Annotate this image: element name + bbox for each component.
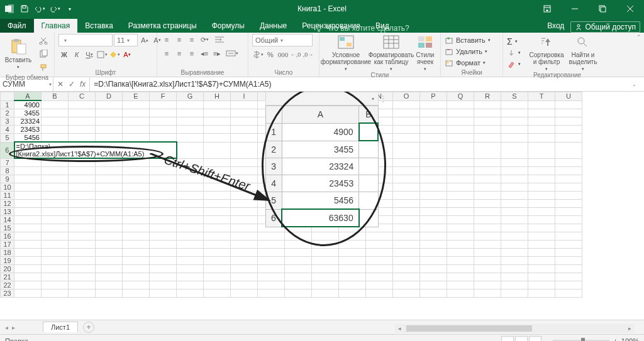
cell[interactable] (393, 281, 420, 289)
row-header[interactable]: 2 (1, 109, 14, 117)
cell[interactable] (501, 109, 528, 117)
cell[interactable] (447, 281, 474, 289)
cell[interactable] (123, 109, 150, 117)
cell[interactable] (501, 240, 528, 248)
italic-button[interactable]: К (71, 49, 82, 60)
cell[interactable] (231, 281, 258, 289)
cell[interactable] (420, 289, 447, 297)
cell[interactable] (366, 240, 393, 248)
cell[interactable] (501, 232, 528, 240)
cell[interactable] (393, 117, 420, 126)
cell[interactable] (393, 191, 420, 199)
cell[interactable] (42, 117, 69, 126)
cell[interactable]: 3455 (14, 109, 42, 117)
cell[interactable] (474, 232, 501, 240)
cell[interactable]: 5456 (14, 134, 42, 143)
cell[interactable] (258, 240, 285, 248)
border-button[interactable]: ▾ (96, 49, 108, 60)
cell[interactable] (393, 126, 420, 134)
align-right-icon[interactable]: ≡ (186, 48, 197, 59)
cell[interactable] (501, 126, 528, 134)
cell[interactable] (69, 240, 96, 248)
cell[interactable] (420, 117, 447, 126)
fill-color-button[interactable]: ▾ (109, 49, 120, 60)
cell[interactable] (177, 100, 204, 109)
cell[interactable] (96, 289, 123, 297)
number-format-combo[interactable]: Общий▾ (252, 34, 313, 46)
cell[interactable] (42, 248, 69, 256)
row-header[interactable]: 9 (1, 175, 14, 183)
cell[interactable] (312, 281, 339, 289)
cell[interactable] (420, 142, 447, 158)
cell[interactable] (447, 134, 474, 143)
cell[interactable] (14, 232, 42, 240)
cell[interactable] (69, 175, 96, 183)
cell[interactable] (150, 248, 177, 256)
cell[interactable] (285, 289, 312, 297)
cell[interactable] (258, 248, 285, 256)
collapse-ribbon-icon[interactable]: ⌃ (636, 34, 641, 40)
tab-file[interactable]: Файл (0, 19, 34, 33)
cell[interactable] (555, 281, 582, 289)
cell[interactable] (393, 207, 420, 215)
cell[interactable] (393, 289, 420, 297)
cell[interactable] (447, 158, 474, 166)
cell[interactable] (96, 191, 123, 199)
cell[interactable] (204, 232, 231, 240)
cell[interactable] (447, 126, 474, 134)
spreadsheet-grid[interactable]: ABCDEFGHIJKLMNOPQRSTU1490023455323324423… (0, 92, 644, 320)
sign-in-link[interactable]: Вход (547, 21, 564, 33)
cell[interactable] (177, 126, 204, 134)
column-header[interactable]: A (14, 92, 42, 101)
cell[interactable] (420, 264, 447, 273)
cell[interactable] (69, 264, 96, 273)
cell[interactable] (285, 281, 312, 289)
cell[interactable] (555, 158, 582, 166)
format-painter-icon[interactable] (36, 62, 50, 74)
cell[interactable] (150, 134, 177, 143)
cell[interactable] (447, 289, 474, 297)
cell[interactable] (555, 256, 582, 264)
cell[interactable] (123, 175, 150, 183)
cell[interactable] (555, 134, 582, 143)
cell[interactable] (528, 166, 555, 175)
cell[interactable] (258, 289, 285, 297)
column-header[interactable]: F (150, 92, 177, 101)
cell[interactable] (528, 109, 555, 117)
cell[interactable] (204, 109, 231, 117)
cells-format-button[interactable]: Формат ▾ (445, 57, 491, 68)
cell[interactable] (501, 142, 528, 158)
cell[interactable] (204, 134, 231, 143)
cell[interactable] (231, 100, 258, 109)
cell[interactable] (204, 256, 231, 264)
cell[interactable] (42, 264, 69, 273)
cell[interactable] (420, 134, 447, 143)
cell[interactable] (474, 100, 501, 109)
cell[interactable] (474, 215, 501, 224)
font-size-combo[interactable]: 11▾ (114, 34, 138, 46)
column-header[interactable]: E (123, 92, 150, 101)
cell[interactable] (393, 215, 420, 224)
cell[interactable] (96, 256, 123, 264)
cell[interactable] (285, 264, 312, 273)
cell[interactable] (69, 273, 96, 281)
cell[interactable] (528, 256, 555, 264)
cell[interactable] (231, 273, 258, 281)
cell[interactable] (123, 273, 150, 281)
cell[interactable] (14, 264, 42, 273)
cell[interactable] (231, 215, 258, 224)
cell[interactable] (501, 207, 528, 215)
cell[interactable] (474, 109, 501, 117)
cell[interactable] (42, 240, 69, 248)
cell[interactable] (528, 100, 555, 109)
cell[interactable] (447, 109, 474, 117)
minimize-button[interactable] (561, 0, 589, 18)
row-header[interactable]: 15 (1, 224, 14, 232)
cell[interactable] (555, 273, 582, 281)
tab-data[interactable]: Данные (252, 19, 294, 33)
share-button[interactable]: Общий доступ (570, 21, 640, 33)
cell[interactable] (528, 224, 555, 232)
cell[interactable] (123, 232, 150, 240)
cell[interactable] (393, 134, 420, 143)
cell[interactable] (474, 158, 501, 166)
